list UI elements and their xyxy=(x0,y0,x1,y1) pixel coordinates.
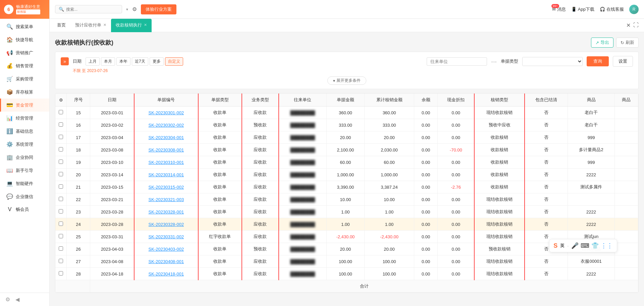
close-window-icon[interactable]: ✕ xyxy=(626,22,631,28)
settings-icon[interactable]: ⚙ xyxy=(5,296,10,303)
cell-bill-type: 收款单 xyxy=(198,218,242,231)
sidebar-item-basic[interactable]: ℹ️ 基础信息 xyxy=(0,125,49,138)
expand-conditions-button[interactable]: ▾ 展开更多条件 xyxy=(327,76,366,85)
cell-checkbox[interactable] xyxy=(55,119,67,131)
col-header-biz-type: 业务类型 xyxy=(242,94,279,107)
cell-checkbox[interactable] xyxy=(55,206,67,218)
industry-solution-button[interactable]: 体验行业方案 xyxy=(141,4,176,14)
date-filter-buttons: 上月本月本年近7天更多自定义 xyxy=(86,57,183,66)
sidebar-label-operation: 经营管理 xyxy=(16,115,33,121)
date-btn-本年[interactable]: 本年 xyxy=(116,57,130,66)
cell-date: 2023-03-28 xyxy=(90,206,134,218)
cell-bill-no: SK-20230321-003 xyxy=(134,193,198,206)
search-input[interactable] xyxy=(66,7,113,12)
cell-balance: 0.00 xyxy=(414,193,437,206)
cell-include-settled: 否 xyxy=(525,268,568,280)
sidebar-item-purchase[interactable]: 🛒 采购管理 xyxy=(0,72,49,85)
cell-checkbox[interactable] xyxy=(55,169,67,181)
topbar-chevron-icon[interactable]: ▾ xyxy=(126,7,128,12)
topbar-gear-icon[interactable]: ⚙ xyxy=(132,6,137,12)
cell-verify-amount: 333.00 xyxy=(365,119,414,131)
cell-amount: 3,390.00 xyxy=(326,181,364,193)
table-row: 22 2023-03-21 SK-20230321-003 收款单 应收款 ██… xyxy=(55,193,638,206)
search-box[interactable]: 🔍 xyxy=(55,5,122,13)
cell-checkbox[interactable] xyxy=(55,255,67,268)
cell-bill-no: SK-20230403-002 xyxy=(134,243,198,255)
sidebar-item-member[interactable]: V 畅会员 xyxy=(0,203,49,216)
cell-bill-type: 收款单 xyxy=(198,268,242,280)
sidebar-item-system[interactable]: ⚙️ 系统管理 xyxy=(0,138,49,151)
date-btn-近7天[interactable]: 近7天 xyxy=(132,57,148,66)
cell-checkbox[interactable] xyxy=(55,243,67,255)
tab-home[interactable]: 首页 xyxy=(52,19,70,32)
sidebar-item-marketing[interactable]: 📢 营销推广 xyxy=(0,46,49,59)
filter-toggle-button[interactable]: » xyxy=(61,57,69,65)
cell-checkbox[interactable] xyxy=(55,268,67,280)
date-btn-更多[interactable]: 更多 xyxy=(150,57,164,66)
table-row: 21 2023-03-15 SK-20230315-002 收款单 应收款 ██… xyxy=(55,181,638,193)
sidebar-item-enterprise[interactable]: 🏢 企业协同 xyxy=(0,151,49,164)
tab-close-pre-payment[interactable]: ✕ xyxy=(103,23,106,27)
bill-type-select[interactable] xyxy=(522,57,583,66)
cell-bill-no: SK-20230314-001 xyxy=(134,169,198,181)
export-button[interactable]: ↗ 导出 xyxy=(591,38,613,48)
date-btn-本月[interactable]: 本月 xyxy=(101,57,115,66)
cell-checkbox[interactable] xyxy=(55,107,67,119)
maximize-window-icon[interactable]: ⛶ xyxy=(633,22,639,28)
cell-checkbox[interactable] xyxy=(55,144,67,156)
cell-goods: 老白干 xyxy=(568,107,614,119)
query-button[interactable]: 查询 xyxy=(587,56,609,66)
cell-checkbox[interactable] xyxy=(55,218,67,231)
tab-close-verify-exec[interactable]: ✕ xyxy=(144,23,147,27)
cell-verify-type: 收款核销 xyxy=(474,156,524,169)
tabbar: 首页预计应收付单✕收款核销执行✕ ✕ ⛶ xyxy=(50,19,644,32)
cell-verify-type: 现结收款核销 xyxy=(474,193,524,206)
cell-num: 19 xyxy=(67,156,90,169)
sidebar-item-hardware[interactable]: 💻 智能硬件 xyxy=(0,177,49,190)
marketing-icon: 📢 xyxy=(6,50,13,56)
sidebar-item-search[interactable]: 🔍 搜索菜单 xyxy=(0,20,49,33)
cell-date: 2023-03-31 xyxy=(90,231,134,243)
sidebar-item-guide[interactable]: 📖 新手引导 xyxy=(0,164,49,177)
message-count-badge: 99+ xyxy=(551,4,559,8)
sidebar-item-sales[interactable]: 💰 销售管理 xyxy=(0,59,49,72)
cell-num: 15 xyxy=(67,107,90,119)
collapse-icon[interactable]: ◀ xyxy=(15,296,19,303)
cell-bill-type: 收款单 xyxy=(198,107,242,119)
sidebar-item-operation[interactable]: 📊 经营管理 xyxy=(0,112,49,125)
cell-date: 2023-03-04 xyxy=(90,131,134,144)
cell-biz-type: 应收款 xyxy=(242,268,279,280)
cell-checkbox[interactable] xyxy=(55,156,67,169)
sidebar-item-inventory[interactable]: 📦 库存核算 xyxy=(0,85,49,99)
col-header-settings[interactable]: ⚙ xyxy=(55,94,67,107)
sidebar-label-wechat: 企业微信 xyxy=(16,194,33,200)
sidebar-item-wechat[interactable]: 💬 企业微信 xyxy=(0,190,49,203)
sidebar-item-quicknav[interactable]: 🏠 快捷导航 xyxy=(0,33,49,46)
cell-checkbox[interactable] xyxy=(55,193,67,206)
cell-bill-no: SK-20230418-001 xyxy=(134,268,198,280)
cell-verify-amount: 20.00 xyxy=(365,131,414,144)
setting-button[interactable]: 设置 xyxy=(613,56,633,67)
app-download-action[interactable]: 📱 App下载 xyxy=(571,6,594,12)
cell-checkbox[interactable] xyxy=(55,131,67,144)
cell-include-settled: 否 xyxy=(525,206,568,218)
cell-partner: ████████ xyxy=(279,181,326,193)
date-btn-custom[interactable]: 自定义 xyxy=(165,57,183,66)
user-avatar[interactable]: R xyxy=(629,5,639,14)
refresh-button[interactable]: ↻ 刷新 xyxy=(616,38,639,48)
cell-amount: 10.00 xyxy=(326,193,364,206)
sidebar-item-finance[interactable]: 💳 资金管理 xyxy=(0,99,49,112)
table-row: 24 2023-03-28 SK-20230328-002 收款单 应收款 ██… xyxy=(55,218,638,231)
partner-filter-input[interactable] xyxy=(427,57,487,66)
cell-num: 27 xyxy=(67,255,90,268)
cell-balance: 0.00 xyxy=(414,255,437,268)
cell-checkbox[interactable] xyxy=(55,231,67,243)
cell-checkbox[interactable] xyxy=(55,181,67,193)
cell-biz-type: 预收款 xyxy=(242,119,279,131)
tab-pre-payment[interactable]: 预计应收付单✕ xyxy=(70,19,111,32)
cell-partner: ████████ xyxy=(279,243,326,255)
messages-action[interactable]: ✉ 99+ 消息 xyxy=(552,6,566,12)
online-support-action[interactable]: 🎧 在线客服 xyxy=(600,6,624,12)
date-btn-上月[interactable]: 上月 xyxy=(86,57,100,66)
tab-verify-exec[interactable]: 收款核销执行✕ xyxy=(111,19,152,32)
